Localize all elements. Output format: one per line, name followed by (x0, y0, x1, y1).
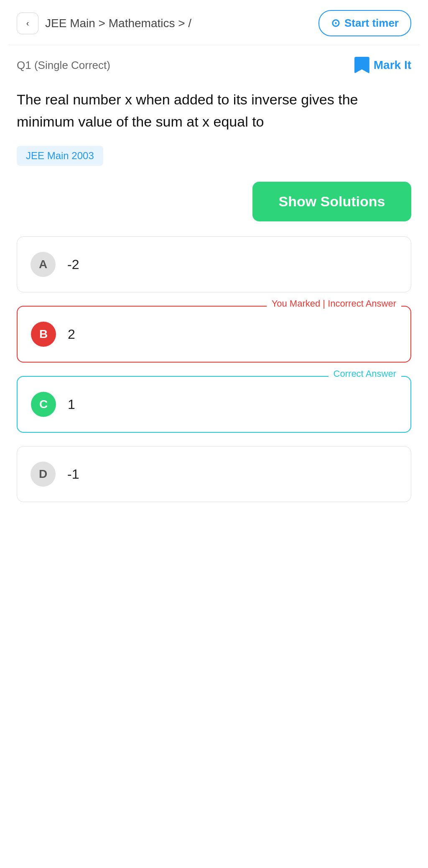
option-badge-b: B (31, 322, 56, 347)
option-text-b: 2 (68, 327, 75, 342)
question-meta: Q1 (Single Correct) Mark It (8, 45, 420, 80)
mark-it-label: Mark It (374, 58, 411, 72)
option-c-status-label: Correct Answer (329, 368, 401, 379)
question-tag[interactable]: JEE Main 2003 (17, 146, 103, 166)
start-timer-button[interactable]: ⊙ Start timer (318, 10, 411, 36)
header-left: ‹ JEE Main > Mathematics > / (17, 13, 191, 34)
option-wrapper-d: D -1 (17, 446, 411, 502)
option-text-d: -1 (67, 467, 79, 482)
option-badge-a: A (31, 252, 56, 277)
show-solutions-button[interactable]: Show Solutions (252, 182, 411, 221)
solutions-container: Show Solutions (8, 178, 420, 236)
option-text-c: 1 (68, 397, 75, 412)
options-container: A -2 B 2 You Marked | Incorrect Answer C… (8, 236, 420, 515)
question-type-label: Q1 (Single Correct) (17, 59, 110, 72)
option-card-a[interactable]: A -2 (17, 236, 411, 292)
option-text-a: -2 (67, 257, 79, 272)
question-text: The real number x when added to its inve… (8, 80, 420, 142)
start-timer-label: Start timer (344, 17, 399, 30)
option-b-status-label: You Marked | Incorrect Answer (267, 298, 401, 309)
mark-it-button[interactable]: Mark It (354, 57, 411, 74)
page-container: ‹ JEE Main > Mathematics > / ⊙ Start tim… (0, 0, 428, 515)
option-card-c[interactable]: C 1 (17, 376, 411, 433)
option-card-b[interactable]: B 2 (17, 306, 411, 363)
option-card-d[interactable]: D -1 (17, 446, 411, 502)
bookmark-icon (354, 57, 369, 74)
timer-icon: ⊙ (331, 17, 340, 30)
option-wrapper-b: B 2 You Marked | Incorrect Answer (17, 306, 411, 363)
option-badge-c: C (31, 392, 56, 417)
option-wrapper-a: A -2 (17, 236, 411, 292)
back-button[interactable]: ‹ (17, 13, 38, 34)
back-icon: ‹ (26, 18, 29, 28)
option-badge-d: D (31, 462, 56, 487)
breadcrumb: JEE Main > Mathematics > / (45, 17, 191, 30)
tag-container: JEE Main 2003 (8, 142, 420, 178)
option-wrapper-c: C 1 Correct Answer (17, 376, 411, 433)
header: ‹ JEE Main > Mathematics > / ⊙ Start tim… (8, 0, 420, 45)
